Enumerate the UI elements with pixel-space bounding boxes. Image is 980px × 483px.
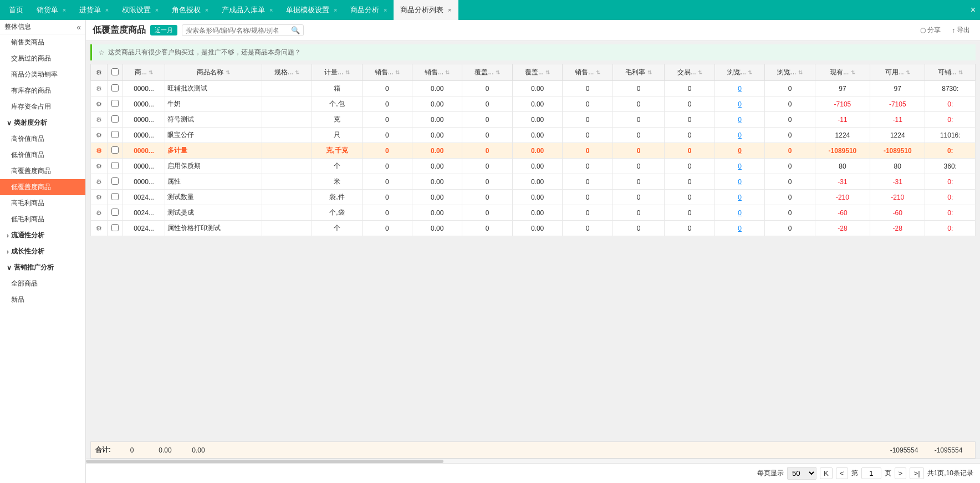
row-browse1[interactable]: 0 [714, 143, 764, 159]
search-input[interactable] [186, 27, 291, 34]
nav-tab-analysis-list[interactable]: 商品分析列表 × [394, 0, 458, 20]
col-checkbox[interactable] [108, 64, 123, 81]
row-browse1[interactable]: 0 [714, 96, 764, 112]
row-settings[interactable]: ⚙ [91, 81, 108, 96]
row-select-checkbox[interactable] [111, 224, 119, 231]
row-settings[interactable]: ⚙ [91, 174, 108, 190]
row-select-checkbox[interactable] [111, 131, 119, 138]
close-product-in-icon[interactable]: × [269, 7, 273, 13]
sidebar-section-marketing[interactable]: ∨ 营销推广分析 [0, 260, 85, 276]
row-checkbox[interactable] [108, 174, 123, 190]
close-permission-icon[interactable]: × [155, 7, 159, 13]
col-trade[interactable]: 交易... ⇅ [665, 64, 714, 81]
row-checkbox[interactable] [108, 221, 123, 236]
col-sales3[interactable]: 销售... ⇅ [563, 64, 612, 81]
col-sales-amt[interactable]: 销售... ⇅ [412, 64, 462, 81]
col-spec[interactable]: 规格... ⇅ [262, 64, 312, 81]
col-current-stock[interactable]: 现有... ⇅ [815, 64, 870, 81]
row-checkbox[interactable] [108, 205, 123, 221]
col-code[interactable]: 商... ⇅ [123, 64, 165, 81]
row-checkbox[interactable] [108, 159, 123, 174]
close-template-icon[interactable]: × [334, 7, 337, 13]
sidebar-item-high-coverage[interactable]: 高覆盖度商品 [0, 163, 85, 179]
sidebar-item-category-rate[interactable]: 商品分类动销率 [0, 67, 85, 83]
nav-tab-sales[interactable]: 销货单 × [30, 0, 73, 20]
sidebar-item-high-value[interactable]: 高价值商品 [0, 131, 85, 147]
first-page-button[interactable]: K [820, 467, 833, 479]
table-container[interactable]: ⚙ 商... ⇅ 商品名称 ⇅ 规格... ⇅ 计量... ⇅ 销售... ⇅ … [90, 64, 976, 441]
sidebar-item-stock-capital[interactable]: 库存资金占用 [0, 99, 85, 115]
nav-tab-home[interactable]: 首页 [2, 0, 30, 20]
close-role-icon[interactable]: × [205, 7, 208, 13]
row-select-checkbox[interactable] [111, 84, 119, 91]
row-settings[interactable]: ⚙ [91, 205, 108, 221]
sidebar-item-new-goods[interactable]: 新品 [0, 292, 85, 308]
row-browse1[interactable]: 0 [714, 190, 764, 205]
row-select-checkbox[interactable] [111, 162, 119, 169]
row-select-checkbox[interactable] [111, 146, 119, 154]
row-browse1[interactable]: 0 [714, 159, 764, 174]
sidebar-item-low-margin[interactable]: 低毛利商品 [0, 211, 85, 227]
row-select-checkbox[interactable] [111, 115, 119, 123]
close-all-button[interactable]: × [971, 5, 976, 15]
nav-tab-product-in[interactable]: 产成品入库单 × [215, 0, 279, 20]
col-saleable[interactable]: 可销... ⇅ [925, 64, 976, 81]
row-settings[interactable]: ⚙ [91, 112, 108, 128]
row-settings[interactable]: ⚙ [91, 143, 108, 159]
horizontal-scrollbar[interactable] [86, 459, 980, 463]
sidebar-item-low-coverage[interactable]: 低覆盖度商品 [0, 179, 85, 195]
close-analysis-list-icon[interactable]: × [448, 7, 451, 13]
col-settings[interactable]: ⚙ [91, 64, 108, 81]
sidebar-item-high-margin[interactable]: 高毛利商品 [0, 195, 85, 211]
search-icon[interactable]: 🔍 [291, 26, 300, 34]
sidebar-section-liquidity[interactable]: › 流通性分析 [0, 227, 85, 243]
export-button[interactable]: ↑ 导出 [948, 24, 973, 36]
row-browse1[interactable]: 0 [714, 174, 764, 190]
row-checkbox[interactable] [108, 96, 123, 112]
share-button[interactable]: ⬡ 分享 [917, 24, 944, 36]
row-browse1[interactable]: 0 [714, 112, 764, 128]
page-input[interactable] [861, 467, 881, 479]
sidebar-item-stocked-goods[interactable]: 有库存的商品 [0, 83, 85, 99]
row-browse1[interactable]: 0 [714, 205, 764, 221]
col-coverage2[interactable]: 覆盖... ⇅ [512, 64, 562, 81]
sidebar-item-all-goods[interactable]: 全部商品 [0, 276, 85, 292]
row-settings[interactable]: ⚙ [91, 221, 108, 236]
sidebar-section-coverage[interactable]: ∨ 类射度分析 [0, 115, 85, 131]
row-browse1[interactable]: 0 [714, 221, 764, 236]
row-settings[interactable]: ⚙ [91, 159, 108, 174]
close-sales-icon[interactable]: × [63, 7, 66, 13]
row-checkbox[interactable] [108, 81, 123, 96]
sidebar-section-growth[interactable]: › 成长性分析 [0, 243, 85, 260]
per-page-select[interactable]: 20 50 100 [787, 467, 816, 480]
col-unit[interactable]: 计量... ⇅ [312, 64, 362, 81]
time-filter-button[interactable]: 近一月 [150, 25, 177, 35]
row-settings[interactable]: ⚙ [91, 96, 108, 112]
row-select-checkbox[interactable] [111, 193, 119, 200]
sidebar-item-sales-goods[interactable]: 销售类商品 [0, 34, 85, 50]
row-checkbox[interactable] [108, 112, 123, 128]
nav-tab-purchase[interactable]: 进货单 × [73, 0, 115, 20]
col-coverage1[interactable]: 覆盖... ⇅ [462, 64, 512, 81]
row-settings[interactable]: ⚙ [91, 190, 108, 205]
last-page-button[interactable]: >| [910, 467, 923, 479]
row-select-checkbox[interactable] [111, 100, 119, 107]
sidebar-item-traded-goods[interactable]: 交易过的商品 [0, 50, 85, 67]
nav-tab-analysis[interactable]: 商品分析 × [344, 0, 394, 20]
sidebar-item-low-value[interactable]: 低价值商品 [0, 147, 85, 163]
prev-page-button[interactable]: < [836, 467, 848, 479]
close-analysis-icon[interactable]: × [384, 7, 387, 13]
row-checkbox[interactable] [108, 143, 123, 159]
col-browse1[interactable]: 浏览... ⇅ [714, 64, 764, 81]
collapse-button[interactable]: « [76, 23, 81, 32]
col-browse2[interactable]: 浏览... ⇅ [765, 64, 815, 81]
row-settings[interactable]: ⚙ [91, 128, 108, 143]
row-select-checkbox[interactable] [111, 177, 119, 185]
col-available-stock[interactable]: 可用... ⇅ [870, 64, 925, 81]
nav-tab-permission[interactable]: 权限设置 × [115, 0, 165, 20]
nav-tab-role[interactable]: 角色授权 × [165, 0, 215, 20]
col-gross-margin[interactable]: 毛利率 ⇅ [612, 64, 665, 81]
col-name[interactable]: 商品名称 ⇅ [165, 64, 262, 81]
close-purchase-icon[interactable]: × [105, 7, 109, 13]
select-all-checkbox[interactable] [111, 68, 119, 75]
